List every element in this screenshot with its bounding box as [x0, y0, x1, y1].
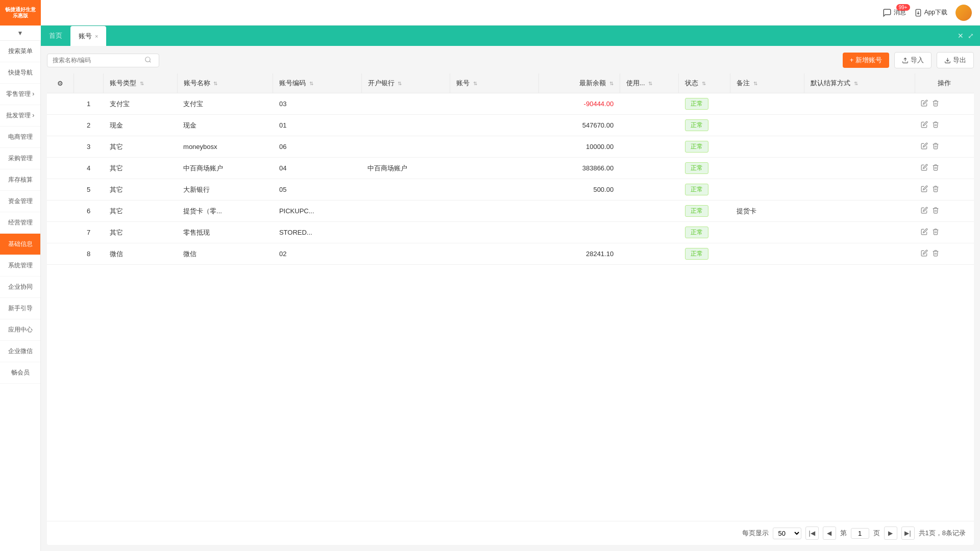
td-settings [47, 243, 74, 265]
th-settings[interactable]: ⚙ [47, 73, 74, 93]
delete-icon[interactable] [932, 164, 939, 172]
th-bank[interactable]: 开户银行 ⇅ [361, 73, 450, 93]
td-balance: 10000.00 [538, 136, 620, 158]
td-type: 支付宝 [104, 93, 178, 115]
export-button[interactable]: 导出 [937, 52, 974, 68]
td-balance [538, 201, 620, 222]
sidebar-dropdown[interactable]: ▼ [0, 26, 41, 41]
tab-bar-actions: ✕ ⤢ [958, 32, 980, 40]
td-type: 其它 [104, 158, 178, 179]
th-remark[interactable]: 备注 ⇅ [730, 73, 804, 93]
avatar[interactable] [955, 5, 972, 21]
tab-account[interactable]: 账号 × [70, 26, 106, 46]
td-bank [361, 201, 450, 222]
delete-icon[interactable] [932, 142, 939, 151]
tab-close-account[interactable]: × [95, 33, 98, 39]
table-container: ⚙ 账号类型 ⇅ 账号名称 ⇅ 账号编码 ⇅ 开户银行 ⇅ 账号 ⇅ 最新余额 … [47, 73, 974, 545]
action-icons [921, 228, 968, 237]
table-row: 5其它大新银行05500.00正常 [47, 179, 974, 201]
delete-icon[interactable] [932, 185, 939, 194]
maximize-icon[interactable]: ⤢ [968, 32, 974, 40]
next-page-button[interactable]: ▶ [884, 527, 897, 540]
download-icon [914, 9, 922, 17]
td-account [450, 93, 538, 115]
search-input[interactable] [53, 57, 144, 64]
edit-icon[interactable] [921, 185, 928, 194]
sidebar-item-quick-nav[interactable]: 快捷导航 [0, 62, 40, 84]
sidebar-item-app-center[interactable]: 应用中心 [0, 319, 40, 341]
th-status[interactable]: 状态 ⇅ [679, 73, 730, 93]
delete-icon[interactable] [932, 228, 939, 237]
td-code: 03 [273, 93, 361, 115]
td-balance [538, 222, 620, 243]
td-default [804, 243, 915, 265]
tab-home[interactable]: 首页 [41, 26, 70, 46]
th-balance[interactable]: 最新余额 ⇅ [538, 73, 620, 93]
sidebar-item-inventory-calc[interactable]: 库存核算 [0, 169, 40, 191]
td-bank [361, 222, 450, 243]
add-account-button[interactable]: + 新增账号 [843, 53, 889, 68]
per-page-select[interactable]: 50 100 [773, 528, 801, 539]
sidebar-item-system-mgmt[interactable]: 系统管理 [0, 255, 40, 277]
delete-icon[interactable] [932, 121, 939, 130]
app-download-button[interactable]: App下载 [914, 8, 947, 17]
sidebar-item-member[interactable]: 畅会员 [0, 362, 40, 384]
page-input[interactable] [851, 528, 869, 539]
td-code: 02 [273, 243, 361, 265]
page-suffix: 页 [873, 529, 880, 538]
sidebar-item-enterprise-wechat[interactable]: 企业微信 [0, 341, 40, 362]
sidebar-item-operation-mgmt[interactable]: 经营管理 [0, 212, 40, 234]
search-icon[interactable] [144, 56, 152, 65]
sidebar-item-finance-mgmt[interactable]: 资金管理 [0, 191, 40, 212]
th-code[interactable]: 账号编码 ⇅ [273, 73, 361, 93]
th-default[interactable]: 默认结算方式 ⇅ [804, 73, 915, 93]
sidebar-item-ecommerce-mgmt[interactable]: 电商管理 [0, 127, 40, 148]
edit-icon[interactable] [921, 249, 928, 258]
edit-icon[interactable] [921, 207, 928, 215]
td-settings [47, 93, 74, 115]
import-button[interactable]: 导入 [894, 52, 932, 68]
edit-icon[interactable] [921, 121, 928, 130]
th-action: 操作 [915, 73, 974, 93]
first-page-button[interactable]: |◀ [805, 527, 819, 540]
per-page-label: 每页显示 [742, 529, 769, 538]
sidebar-item-enterprise-agreement[interactable]: 企业协同 [0, 277, 40, 298]
delete-icon[interactable] [932, 249, 939, 258]
td-type: 现金 [104, 115, 178, 136]
edit-icon[interactable] [921, 228, 928, 237]
sidebar-item-wholesale-mgmt[interactable]: 批发管理 › [0, 105, 40, 127]
td-status: 正常 [679, 158, 730, 179]
th-account[interactable]: 账号 ⇅ [450, 73, 538, 93]
td-default [804, 222, 915, 243]
sidebar-item-purchase-mgmt[interactable]: 采购管理 [0, 148, 40, 169]
th-name[interactable]: 账号名称 ⇅ [177, 73, 273, 93]
message-button[interactable]: 消息 99+ [883, 8, 906, 17]
close-window-icon[interactable]: ✕ [958, 32, 964, 40]
th-type[interactable]: 账号类型 ⇅ [104, 73, 178, 93]
last-page-button[interactable]: ▶| [901, 527, 915, 540]
delete-icon[interactable] [932, 99, 939, 108]
sidebar-item-new-guide[interactable]: 新手引导 [0, 298, 40, 319]
td-account [450, 179, 538, 201]
app-download-label: App下载 [924, 8, 947, 17]
table-row: 4其它中百商场账户04中百商场账户383866.00正常 [47, 158, 974, 179]
th-use[interactable]: 使用... ⇅ [620, 73, 679, 93]
action-icons [921, 185, 968, 194]
td-use [620, 179, 679, 201]
td-default [804, 158, 915, 179]
td-use [620, 222, 679, 243]
edit-icon[interactable] [921, 99, 928, 108]
td-use [620, 93, 679, 115]
edit-icon[interactable] [921, 142, 928, 151]
export-icon [944, 57, 951, 64]
search-box[interactable] [47, 54, 159, 67]
td-remark [730, 136, 804, 158]
edit-icon[interactable] [921, 164, 928, 172]
sidebar-item-retail-mgmt[interactable]: 零售管理 › [0, 84, 40, 105]
sidebar-item-search-menu[interactable]: 搜索菜单 [0, 41, 40, 62]
action-icons [921, 142, 968, 151]
prev-page-button[interactable]: ◀ [823, 527, 836, 540]
delete-icon[interactable] [932, 207, 939, 215]
table-header-row: ⚙ 账号类型 ⇅ 账号名称 ⇅ 账号编码 ⇅ 开户银行 ⇅ 账号 ⇅ 最新余额 … [47, 73, 974, 93]
sidebar-item-basic-info[interactable]: 基础信息 [0, 234, 40, 255]
